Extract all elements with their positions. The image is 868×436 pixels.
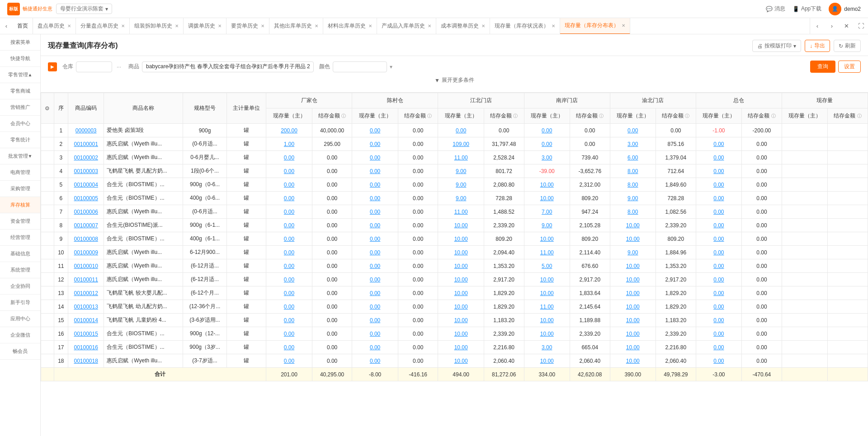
t-stock-link[interactable]: 0.00 <box>713 304 724 310</box>
yb-stock-link[interactable]: 10.00 <box>626 304 640 310</box>
cl-stock-link[interactable]: 0.00 <box>370 344 380 351</box>
info-icon[interactable]: ⓘ <box>857 113 862 118</box>
yb-stock-link[interactable]: 10.00 <box>626 344 640 351</box>
f-stock-link[interactable]: 200.00 <box>281 127 297 134</box>
tab-close-btn[interactable]: ✕ <box>121 23 125 28</box>
f-stock-link[interactable]: 0.00 <box>284 344 294 351</box>
f-stock-link[interactable]: 0.00 <box>284 155 294 161</box>
message-action[interactable]: 💬 消息 <box>766 5 785 13</box>
code-link[interactable]: 00100016 <box>74 344 98 351</box>
na-stock-link[interactable]: 10.00 <box>540 236 554 242</box>
tab-inventory_count[interactable]: 盘点单历史✕ <box>33 18 76 34</box>
color-input[interactable] <box>333 61 387 72</box>
f-stock-link[interactable]: 0.00 <box>284 168 294 174</box>
na-stock-link[interactable]: 10.00 <box>540 331 554 337</box>
code-link[interactable]: 00100014 <box>74 317 98 323</box>
industry-selector[interactable]: 母婴行业演示陈套 ▾ <box>56 4 112 14</box>
tab-fullscreen-btn[interactable]: ⛶ <box>854 18 868 34</box>
app-download-action[interactable]: 📱 App下载 <box>793 5 821 13</box>
f-stock-link[interactable]: 0.00 <box>284 222 294 229</box>
tab-close-btn[interactable]: ✕ <box>175 23 179 28</box>
na-stock-link[interactable]: 5.00 <box>542 263 552 269</box>
tab-scroll-right-btn[interactable]: › <box>825 18 839 34</box>
sidebar-item-enterprise[interactable]: 企业协同 <box>0 278 40 295</box>
f-stock-link[interactable]: 0.00 <box>284 209 294 215</box>
f-stock-link[interactable]: 0.00 <box>284 358 294 364</box>
info-icon[interactable]: ⓘ <box>685 113 689 118</box>
tab-close-btn[interactable]: ✕ <box>218 23 222 28</box>
code-link[interactable]: 00100011 <box>74 277 98 283</box>
na-stock-link[interactable]: -39.00 <box>539 168 555 174</box>
sidebar-item-shortcut[interactable]: 快捷导航 <box>0 51 40 67</box>
f-stock-link[interactable]: 0.00 <box>284 290 294 296</box>
t-stock-link[interactable]: -1.00 <box>712 127 725 134</box>
sidebar-item-retail_mgmt[interactable]: 零售管理▲ <box>0 67 40 83</box>
sidebar-item-basic_info[interactable]: 基础信息 <box>0 246 40 262</box>
tab-cost_adjust[interactable]: 成本调整单历史✕ <box>436 18 490 34</box>
cl-stock-link[interactable]: 0.00 <box>370 290 380 296</box>
sidebar-item-system[interactable]: 系统管理 <box>0 262 40 278</box>
sidebar-item-wholesale[interactable]: 批发管理▼ <box>0 148 40 164</box>
jb-stock-link[interactable]: 9.00 <box>456 195 466 202</box>
yb-stock-link[interactable]: 9.00 <box>627 249 638 256</box>
cl-stock-link[interactable]: 0.00 <box>370 155 380 161</box>
tab-close-btn[interactable]: ✕ <box>428 23 431 28</box>
info-icon[interactable]: ⓘ <box>771 113 776 118</box>
t-stock-link[interactable]: 0.00 <box>713 344 724 351</box>
na-stock-link[interactable]: 0.00 <box>542 141 552 147</box>
jb-stock-link[interactable]: 10.00 <box>454 344 468 351</box>
f-stock-link[interactable]: 1.00 <box>284 141 294 147</box>
f-stock-link[interactable]: 0.00 <box>284 182 294 188</box>
jb-stock-link[interactable]: 109.00 <box>453 141 469 147</box>
code-link[interactable]: 00100012 <box>74 290 98 296</box>
na-stock-link[interactable]: 9.00 <box>542 222 552 229</box>
na-stock-link[interactable]: 10.00 <box>540 195 554 202</box>
tab-close-btn[interactable]: ✕ <box>67 23 71 28</box>
jb-stock-link[interactable]: 9.00 <box>456 182 466 188</box>
tab-close-btn[interactable]: ✕ <box>261 23 264 28</box>
t-stock-link[interactable]: 0.00 <box>713 263 724 269</box>
sidebar-item-ecommerce[interactable]: 电商管理 <box>0 164 40 181</box>
yb-stock-link[interactable]: 10.00 <box>626 331 640 337</box>
f-stock-link[interactable]: 0.00 <box>284 331 294 337</box>
info-icon[interactable]: ⓘ <box>341 113 346 118</box>
setting-btn[interactable]: 设置 <box>838 61 861 73</box>
yb-stock-link[interactable]: 8.00 <box>627 168 638 174</box>
cl-stock-link[interactable]: 0.00 <box>370 317 380 323</box>
t-stock-link[interactable]: 0.00 <box>713 317 724 323</box>
expand-filter-btn[interactable]: ▼ 展开更多条件 <box>431 75 478 86</box>
code-link[interactable]: 00100008 <box>74 236 98 242</box>
tab-dist_count[interactable]: 分量盘点单历史✕ <box>76 18 130 34</box>
yb-stock-link[interactable]: 9.00 <box>627 195 638 202</box>
yb-stock-link[interactable]: 10.00 <box>626 236 640 242</box>
tab-close-btn[interactable]: ✕ <box>622 23 625 28</box>
yb-stock-link[interactable]: 10.00 <box>626 317 640 323</box>
yb-stock-link[interactable]: 8.00 <box>627 182 638 188</box>
jb-stock-link[interactable]: 0.00 <box>456 127 466 134</box>
t-stock-link[interactable]: 0.00 <box>713 331 724 337</box>
code-link[interactable]: 00100015 <box>74 331 98 337</box>
yb-stock-link[interactable]: 10.00 <box>626 277 640 283</box>
code-link[interactable]: 00100002 <box>74 155 98 161</box>
f-stock-link[interactable]: 0.00 <box>284 236 294 242</box>
yb-stock-link[interactable]: 10.00 <box>626 222 640 229</box>
tab-close-btn[interactable]: ✕ <box>315 23 318 28</box>
sidebar-item-retail_store[interactable]: 零售商城 <box>0 83 40 99</box>
yb-stock-link[interactable]: 10.00 <box>626 263 640 269</box>
na-stock-link[interactable]: 10.00 <box>540 182 554 188</box>
query-btn[interactable]: 查询 <box>810 61 835 73</box>
yb-stock-link[interactable]: 3.00 <box>627 141 638 147</box>
sidebar-item-retail_stats[interactable]: 零售统计 <box>0 132 40 148</box>
yb-stock-link[interactable]: 0.00 <box>627 127 638 134</box>
na-stock-link[interactable]: 10.00 <box>540 277 554 283</box>
sidebar-item-app_center[interactable]: 应用中心 <box>0 311 40 327</box>
jb-stock-link[interactable]: 9.00 <box>456 168 466 174</box>
info-icon[interactable]: ⓘ <box>513 113 518 118</box>
code-link[interactable]: 00100010 <box>74 263 98 269</box>
t-stock-link[interactable]: 0.00 <box>713 195 724 202</box>
jb-stock-link[interactable]: 10.00 <box>454 277 468 283</box>
code-link[interactable]: 00100003 <box>74 168 98 174</box>
tab-stock_dist[interactable]: 现存量（库存分布表）✕ <box>560 18 630 34</box>
cl-stock-link[interactable]: 0.00 <box>370 358 380 364</box>
sidebar-item-operations[interactable]: 经营管理 <box>0 230 40 246</box>
